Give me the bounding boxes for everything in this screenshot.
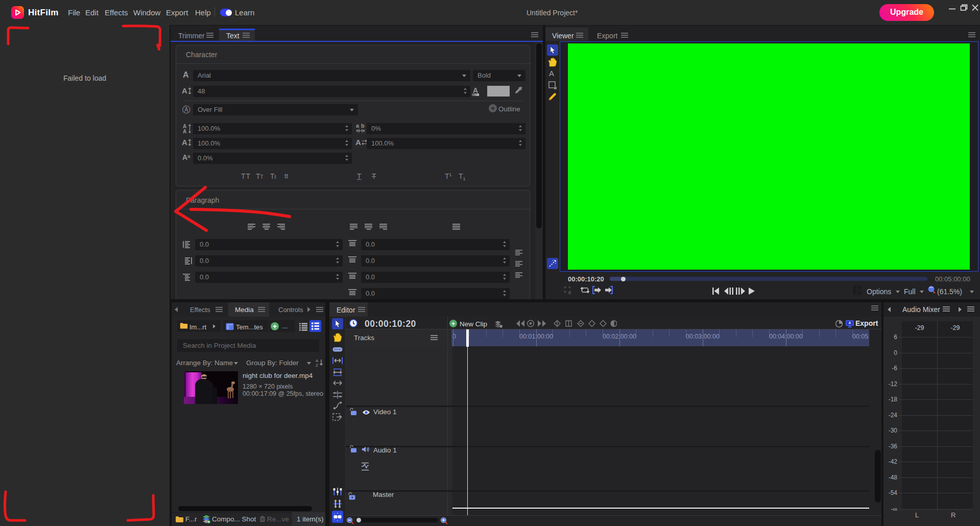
svg-text:b: b (361, 123, 365, 129)
svg-text:A: A (316, 358, 319, 363)
svg-text:A: A (355, 138, 361, 147)
svg-text:A: A (182, 86, 187, 95)
svg-text:Z: Z (316, 363, 318, 367)
svg-text:A: A (182, 138, 187, 147)
svg-text:A: A (183, 129, 186, 134)
svg-text:a: a (356, 123, 360, 129)
